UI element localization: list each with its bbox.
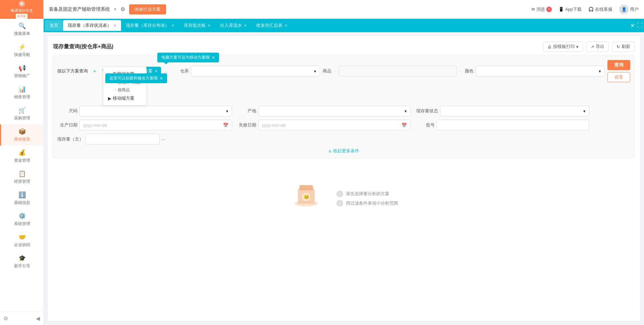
empty-content: 😐 1 请先选择要分析的方案 2 用过滤条件来缩小分析范围 (289, 178, 398, 218)
color-label: 颜色 (465, 68, 474, 74)
edit-tooltip: 这里可以创建和修改方案哦 ✕ (105, 73, 167, 83)
app-download-item[interactable]: 📱 App下载 (558, 6, 582, 12)
header-gear-icon[interactable]: ⚙ (120, 6, 125, 12)
tab-summary[interactable]: 收发存汇总表 ✕ (252, 20, 292, 31)
collapse-sidebar-icon[interactable]: ◀ (36, 315, 40, 322)
sidebar-item-label: 采购管理 (14, 115, 30, 121)
header: 装备及固定资产辅助管理系统 ▾ ⚙ 体验行业方案 ✉ 消息 9 📱 App下载 … (44, 0, 644, 19)
stock-status-label: 现存量状态 (415, 108, 438, 114)
tab-batch[interactable]: 库存批次账 ✕ (179, 20, 215, 31)
refresh-button[interactable]: ↻ 刷新 (612, 42, 635, 52)
svg-text:😐: 😐 (304, 194, 310, 200)
export-icon: ↗ (591, 44, 594, 49)
sidebar-item-label: 新手引导 (14, 263, 30, 269)
tab-home[interactable]: 首页 (45, 20, 63, 31)
tab-inventory-dist[interactable]: 现存量（库存分布表） ✕ (121, 20, 179, 31)
empty-step-2: 2 用过滤条件来缩小分析范围 (336, 200, 398, 207)
sidebar-item-system[interactable]: ⚙️ 系统管理 (0, 209, 43, 230)
message-item[interactable]: ✉ 消息 9 (531, 6, 552, 12)
origin-select[interactable]: ▾ (258, 106, 411, 116)
edit-tooltip-close[interactable]: ✕ (160, 76, 163, 81)
filter-row-2: 尺码 ▾ 产地 ▾ 现存量状态 ▾ (57, 106, 630, 116)
sidebar-item-operation[interactable]: 📋 经营管理 (0, 167, 43, 188)
sidebar-item-inventory[interactable]: 📦 库存核算 (0, 124, 43, 146)
sidebar-item-cooperation[interactable]: 🤝 企业协同 (0, 230, 43, 251)
tab-inout-close[interactable]: ✕ (244, 23, 247, 28)
stock-main-min[interactable] (86, 134, 160, 145)
system-name: 装备及固定资产辅助管理系统 (49, 6, 110, 12)
stock-status-group: 现存量状态 ▾ (415, 106, 589, 116)
stock-main-range: — (86, 134, 233, 145)
size-select[interactable]: ▾ (79, 106, 232, 116)
sidebar-item-basic[interactable]: ℹ️ 基础信息 (0, 188, 43, 209)
add-scheme-icon[interactable]: ＋ (91, 67, 99, 75)
filter-area: 电脑方案可设为移动方案哦 ✕ 按以下方案查询 ＋ ✎ « 电脑端方案 ✕ (53, 56, 635, 158)
scheme-sub-item-1[interactable]: └ 按商品 (111, 86, 144, 94)
warehouse-select[interactable]: ▾ (191, 66, 320, 76)
tab-home-label: 首页 (50, 22, 58, 29)
reset-button[interactable]: 设置 (607, 72, 630, 82)
calendar-icon-exp: 📅 (401, 123, 407, 128)
refresh-icon: ↻ (616, 44, 620, 49)
sidebar-item-nav[interactable]: ⚡ 快捷导航 (0, 40, 43, 61)
support-item[interactable]: 🎧 在线客服 (588, 6, 612, 12)
scheme-tree-mobile[interactable]: ▶ 移动端方案 (106, 94, 144, 103)
empty-state: 😐 1 请先选择要分析的方案 2 用过滤条件来缩小分析范围 (53, 158, 635, 238)
chevron-right-icon-mobile: ▶ (108, 96, 111, 101)
goods-group: 商品 ··· ··· (323, 66, 463, 76)
size-group: 尺码 ▾ (57, 106, 232, 116)
goods-field-dots[interactable]: ··· (459, 69, 462, 74)
scheme-dots[interactable]: ... (164, 69, 167, 74)
sidebar-logo: 畅 畅通道好生意 标准版 (0, 0, 43, 19)
sidebar-item-sales[interactable]: 📊 销售管理 (0, 82, 43, 103)
collapse-button[interactable]: ∧ 收起更多条件 (57, 148, 630, 154)
color-select[interactable]: ▾ (476, 66, 605, 76)
page: 现存量查询(按仓库+商品) 🖨 按模板打印 ▾ ↗ 导出 ↻ 刷新 (48, 36, 640, 321)
scheme-tooltip-close[interactable]: ✕ (212, 55, 215, 60)
sidebar-item-marketing[interactable]: 📢 营销推广 (0, 61, 43, 82)
settings-icon[interactable]: ⚙ (3, 315, 8, 322)
scheme-tree-panel: ▶ 电脑端方案 └ 按仓库+商品 └ 按商品 ▶ 移动端方案 (103, 67, 147, 106)
sidebar-item-label: 搜索菜单 (14, 31, 30, 37)
tab-inventory-dist-label: 现存量（库存分布表） (126, 22, 169, 29)
goods-dots[interactable]: ··· (333, 69, 337, 74)
search-button[interactable]: 查询 (607, 60, 630, 70)
tab-close-all-icon[interactable]: ✕ (630, 22, 635, 29)
filter-row-4: 现存量（主） — (57, 134, 630, 145)
tab-inventory-status-close[interactable]: ✕ (113, 23, 116, 28)
page-header: 现存量查询(按仓库+商品) 🖨 按模板打印 ▾ ↗ 导出 ↻ 刷新 (53, 42, 635, 52)
sidebar-item-label: 销售管理 (14, 94, 30, 100)
logo-main-text: 畅通道好生意 (11, 8, 33, 13)
batch-input[interactable] (437, 120, 589, 130)
operation-icon: 📋 (18, 170, 26, 177)
print-button[interactable]: 🖨 按模板打印 ▾ (543, 42, 583, 52)
page-title: 现存量查询(按仓库+商品) (53, 43, 113, 50)
tab-maximize-icon[interactable]: ⛶ (637, 22, 643, 29)
export-button[interactable]: ↗ 导出 (586, 42, 609, 52)
sidebar-item-guide[interactable]: 🎓 新手引导 (0, 251, 43, 272)
print-dropdown-icon: ▾ (576, 44, 579, 49)
tab-batch-close[interactable]: ✕ (208, 23, 211, 28)
tab-inout[interactable]: 出入库流水 ✕ (215, 20, 252, 31)
sidebar-item-purchase[interactable]: 🛒 采购管理 (0, 103, 43, 124)
tab-summary-close[interactable]: ✕ (284, 23, 287, 28)
edit-tooltip-text: 这里可以创建和修改方案哦 (109, 75, 158, 81)
main-content: 现存量查询(按仓库+商品) 🖨 按模板打印 ▾ ↗ 导出 ↻ 刷新 (44, 32, 644, 325)
sidebar-item-finance[interactable]: 💰 资金管理 (0, 146, 43, 167)
sidebar-item-label: 基础信息 (14, 200, 30, 206)
sidebar-item-search[interactable]: 🔍 搜索菜单 (0, 19, 43, 40)
stock-status-select[interactable]: ▾ (440, 106, 589, 116)
tab-inventory-status[interactable]: 现存量（库存状况表） ✕ (63, 20, 121, 31)
trial-button[interactable]: 体验行业方案 (129, 4, 166, 14)
finance-icon: 💰 (18, 149, 26, 156)
user-item[interactable]: 👤 用户 (619, 5, 639, 14)
tab-inventory-dist-close[interactable]: ✕ (171, 23, 174, 28)
scheme-tag-close[interactable]: ✕ (155, 69, 158, 73)
mfg-date-input[interactable]: yyyy-mm-dd 📅 (79, 120, 232, 130)
message-label: 消息 (536, 6, 545, 12)
page-actions: 🖨 按模板打印 ▾ ↗ 导出 ↻ 刷新 (543, 42, 635, 52)
avatar: 👤 (619, 5, 629, 14)
goods-input[interactable] (339, 66, 457, 76)
system-dropdown-icon[interactable]: ▾ (114, 7, 116, 12)
exp-date-input[interactable]: yyyy-mm-dd 📅 (258, 120, 411, 130)
